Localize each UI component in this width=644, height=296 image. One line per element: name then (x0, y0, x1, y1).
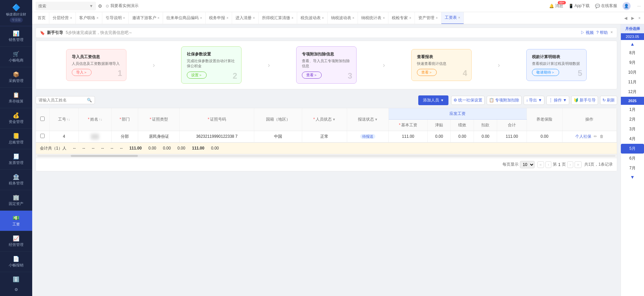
close-contact-icon[interactable]: × (97, 16, 99, 20)
sidebar-settings[interactable]: ⚙ (0, 283, 32, 296)
tab-close-all-btn[interactable]: × (637, 15, 642, 21)
close-clearbook-icon[interactable]: × (253, 16, 255, 20)
horizontal-scrollbar[interactable] (36, 154, 617, 158)
export-btn[interactable]: ↓ 导出 ▼ (524, 96, 544, 105)
refresh-btn[interactable]: ↻ 刷新 (600, 96, 617, 105)
month-6[interactable]: 6月 (621, 154, 644, 163)
topbar-message-btn[interactable]: 🔔 消息 99+ (549, 3, 563, 9)
prev-page-btn[interactable]: ‹ (545, 161, 551, 168)
close-tax-declare-icon[interactable]: × (226, 16, 228, 20)
close-product-icon[interactable]: × (200, 16, 202, 20)
user-avatar[interactable]: 👤 (623, 2, 631, 10)
delete-row-icon[interactable]: 🗑 (600, 134, 604, 139)
sidebar-item-ledger[interactable]: 📒 总账管理 (0, 129, 32, 149)
sidebar-item-tax[interactable]: 🏦 税务管理 (0, 170, 32, 190)
month-1[interactable]: 1月 (621, 105, 644, 115)
tab-asset-mgmt[interactable]: 资产管理 × (415, 12, 441, 24)
close-invite-icon[interactable]: × (158, 16, 160, 20)
search-icon[interactable]: 🔍 (87, 98, 92, 102)
step-2-btn[interactable]: 设置＞ (187, 72, 207, 79)
month-10[interactable]: 10月 (621, 68, 644, 77)
close-layered-icon[interactable]: × (70, 16, 72, 20)
tab-tax-wave[interactable]: 纳税波动表 × (328, 12, 358, 24)
tab-tax-declare[interactable]: 税务申报 × (206, 12, 232, 24)
close-asset-icon[interactable]: × (436, 16, 438, 20)
filter-status-icon[interactable]: ▼ (332, 118, 336, 121)
tab-prev-btn[interactable]: ◀ (623, 15, 629, 21)
step-5-btn[interactable]: 敬请期待＞ (532, 69, 559, 76)
special-deduction-btn[interactable]: 📋 专项附加扣除 (487, 96, 522, 105)
scrollbar-thumb[interactable] (71, 155, 138, 157)
tab-clearbook[interactable]: 进入清册 × (232, 12, 259, 24)
sidebar-item-basic[interactable]: ℹ️ 基础信息 (0, 272, 32, 283)
month-down-btn[interactable]: ▼ (629, 173, 636, 181)
topbar-more-btn[interactable]: ··· (637, 4, 641, 8)
select-all-checkbox[interactable] (40, 117, 45, 121)
step-3-btn[interactable]: 查看＞ (302, 72, 322, 79)
filter-report-icon[interactable]: ▼ (375, 118, 378, 121)
search-box[interactable]: 🔍 (36, 96, 95, 104)
add-employee-button[interactable]: 添加人员 ▼ (418, 95, 448, 105)
sidebar-item-purchase[interactable]: 📦 采购管理 (0, 67, 32, 88)
month-9[interactable]: 9月 (621, 58, 644, 68)
tab-payroll[interactable]: 工资表 × (441, 12, 464, 24)
guide-video-btn[interactable]: ▷ 视频 (581, 30, 594, 36)
topbar-demo-link[interactable]: 我要看实例演示 (106, 3, 139, 9)
scrollbar-track[interactable] (37, 155, 615, 157)
tab-contact[interactable]: 客户联络 × (76, 12, 102, 24)
sidebar-item-finance[interactable]: 💰 资金管理 (0, 108, 32, 129)
close-payroll-icon[interactable]: × (458, 16, 460, 19)
page-size-select[interactable]: 10 20 50 (520, 161, 535, 168)
sidebar-item-payroll[interactable]: 💵 工资 (0, 211, 32, 231)
step-1-btn[interactable]: 导入＞ (72, 69, 92, 76)
edit-row-icon[interactable]: ✏ (594, 134, 597, 139)
first-page-btn[interactable]: « (537, 161, 544, 168)
close-tax-burden-icon[interactable]: × (322, 16, 324, 20)
sidebar-item-ecommerce[interactable]: 🛒 小畅电商 (0, 47, 32, 67)
next-page-btn[interactable]: › (567, 161, 573, 168)
sidebar-item-inventory[interactable]: 📋 库存核算 (0, 88, 32, 108)
month-3[interactable]: 3月 (621, 124, 644, 134)
sidebar-item-assets[interactable]: 🏢 固定资产 (0, 190, 32, 211)
tab-next-btn[interactable]: ▶ (630, 15, 636, 21)
sort-name-icon[interactable]: ↑↓ (99, 118, 102, 121)
social-security-settings-btn[interactable]: ⚙ 统一社保设置 (451, 96, 485, 105)
tab-tax-burden[interactable]: 税负波动表 × (297, 12, 328, 24)
operations-btn[interactable]: ⋮ 操作 ▼ (546, 96, 569, 105)
close-tax-check-icon[interactable]: × (409, 16, 411, 20)
tab-tax-check[interactable]: 税检专家 × (388, 12, 415, 24)
step-4-btn[interactable]: 查看＞ (417, 69, 437, 76)
sidebar-item-operations[interactable]: 📈 经营管理 (0, 231, 32, 252)
personal-social-insurance-btn[interactable]: 个人社保 (575, 134, 591, 139)
tab-guide[interactable]: 引导说明 × (102, 12, 129, 24)
sidebar-item-expense[interactable]: 📄 小畅报销 (0, 252, 32, 272)
employee-search-input[interactable] (39, 98, 86, 102)
month-8[interactable]: 8月 (621, 48, 644, 58)
topbar-search-input[interactable] (38, 4, 89, 8)
tab-invite[interactable]: 邀请下游客户 × (129, 12, 163, 24)
close-tax-stats-icon[interactable]: × (383, 16, 385, 20)
month-7[interactable]: 7月 (621, 163, 644, 173)
topbar-service-btn[interactable]: 💬 在线客服 (595, 3, 617, 9)
tab-tax-stats[interactable]: 纳税统计表 × (358, 12, 388, 24)
close-income-tax-icon[interactable]: × (291, 16, 293, 20)
sort-employee-no-icon[interactable]: ↑↓ (67, 118, 70, 121)
month-4[interactable]: 4月 (621, 134, 644, 144)
topbar-gear-icon[interactable]: ⚙ (98, 3, 102, 9)
topbar-search-box[interactable]: ▼ (36, 2, 96, 10)
topbar-dropdown-icon[interactable]: ▼ (89, 4, 93, 8)
month-11[interactable]: 11月 (621, 77, 644, 87)
sidebar-item-invoice[interactable]: 🧾 发票管理 (0, 149, 32, 170)
newbie-guide-btn[interactable]: 🔰 新手引导 (571, 96, 598, 105)
close-guide-icon[interactable]: × (123, 16, 125, 20)
month-up-btn[interactable]: ▲ (629, 40, 636, 48)
tab-home[interactable]: 首页 (34, 12, 49, 24)
guide-close-btn[interactable]: × (610, 30, 613, 36)
tab-product-code[interactable]: 往来单位商品编码 × (163, 12, 206, 24)
row-select-checkbox[interactable] (40, 134, 45, 138)
tab-income-tax[interactable]: 所得税汇算清缴 × (259, 12, 297, 24)
close-tax-wave-icon[interactable]: × (353, 16, 355, 20)
guide-help-btn[interactable]: ? 帮助 (596, 30, 608, 36)
topbar-app-btn[interactable]: 📱 App下载 (569, 3, 590, 9)
sidebar-item-sales[interactable]: 📊 销售管理 (0, 26, 32, 47)
